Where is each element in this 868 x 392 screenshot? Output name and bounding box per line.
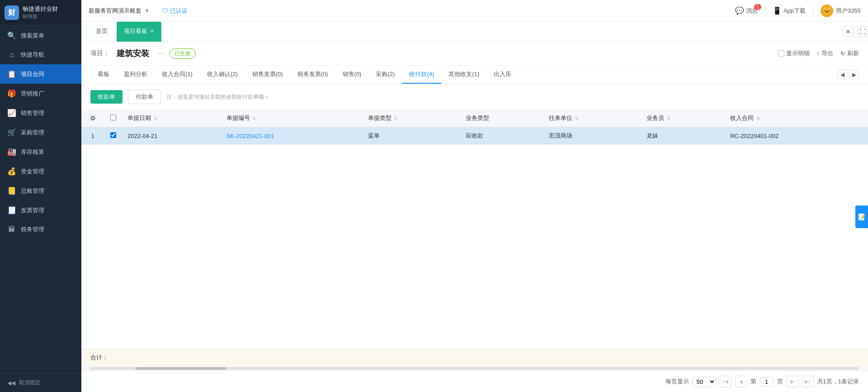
col-biz-type-label: 业务类型 (466, 115, 489, 121)
sub-tabs-next-button[interactable]: ▶ (849, 70, 859, 80)
content-wrapper: 项目： 建筑安装 ··· 已生效 显示明细 ↑ 导出 ↻ 刷新 (81, 42, 868, 392)
app-download-button[interactable]: 📱 App下载 (773, 6, 806, 15)
row-check[interactable] (104, 127, 122, 145)
sub-tab-board[interactable]: 看板 (90, 66, 117, 84)
project-header: 项目： 建筑安装 ··· 已生效 显示明细 ↑ 导出 ↻ 刷新 (81, 42, 868, 66)
sidebar-item-search[interactable]: 🔍 搜索菜单 (0, 26, 81, 45)
row-date: 2022-04-21 (122, 127, 221, 145)
sub-tab-income-confirm[interactable]: 收入确认(2) (200, 66, 245, 84)
code-sort-icon[interactable]: ⇅ (252, 116, 256, 121)
right-panel-toggle[interactable]: 📝 (855, 206, 868, 228)
tab-home[interactable]: 首页 (89, 22, 115, 42)
sub-tab-receipt[interactable]: 收付款(4) (402, 66, 441, 84)
sub-tab-income-contract[interactable]: 收入合同(1) (155, 66, 200, 84)
col-income-contract-header: 收入合同 ⇅ (725, 110, 868, 127)
contract-icon: 📋 (7, 70, 16, 78)
sidebar-item-tax[interactable]: 🏛 税务管理 (0, 220, 81, 239)
sub-tab-sales-label: 销售(0) (343, 71, 362, 77)
next-page-button[interactable]: ▶ (787, 376, 798, 387)
sub-tab-tax-invoice[interactable]: 税务发票(0) (290, 66, 335, 84)
first-page-button[interactable]: |◀ (720, 376, 731, 387)
col-check-header (104, 110, 122, 127)
col-type-label: 单据类型 (368, 115, 392, 121)
show-detail-checkbox[interactable] (778, 50, 784, 57)
app-label: App下载 (783, 7, 806, 15)
income-contract-sort-icon[interactable]: ⇅ (756, 116, 760, 121)
row-code-link[interactable]: SK-20220421-001 (226, 133, 274, 139)
sidebar-item-contract[interactable]: 📋 项目合同 (0, 64, 81, 84)
partner-sort-icon[interactable]: ⇅ (575, 116, 578, 121)
expand-window-button[interactable]: ⛶ (857, 26, 868, 37)
invoice-icon: 🧾 (7, 206, 16, 215)
sidebar-item-invoice[interactable]: 🧾 发票管理 (0, 201, 81, 220)
message-button[interactable]: 💬 消息 1 (735, 6, 758, 15)
sidebar-item-label: 搜索菜单 (21, 32, 44, 40)
sidebar-item-sales[interactable]: 📈 销售管理 (0, 103, 81, 123)
tabs-bar: 首页 项目看板 ✕ ✕ ⛶ (81, 22, 868, 42)
refresh-button[interactable]: ↻ 刷新 (840, 49, 859, 57)
sidebar-item-purchase[interactable]: 🛒 采购管理 (0, 123, 81, 142)
project-more-icon[interactable]: ··· (158, 49, 164, 57)
sub-tab-sales-invoice[interactable]: 销售发票(0) (245, 66, 290, 84)
project-header-actions: 显示明细 ↑ 导出 ↻ 刷新 (778, 49, 859, 57)
message-icon: 💬 (735, 6, 744, 15)
col-type-header: 单据类型 ⇅ (363, 110, 461, 127)
unpin-label: 取消固定 (19, 379, 41, 387)
sidebar-item-inventory[interactable]: 🏭 库存核算 (0, 142, 81, 162)
per-page-select[interactable]: 50 100 200 (693, 377, 716, 387)
receipt-tab-button[interactable]: 收款单 (90, 90, 123, 104)
row-checkbox[interactable] (110, 132, 116, 138)
prev-page-button[interactable]: ◀ (735, 376, 747, 387)
home-icon: ⌂ (7, 51, 16, 59)
sub-tabs-prev-button[interactable]: ◀ (837, 70, 847, 80)
select-all-checkbox[interactable] (110, 115, 116, 120)
sub-tab-sales[interactable]: 销售(0) (335, 66, 369, 84)
horizontal-scrollbar[interactable] (81, 366, 868, 371)
sub-tab-profit[interactable]: 盈利分析 (117, 66, 155, 84)
sidebar-unpin-button[interactable]: ◀◀ 取消固定 (0, 373, 81, 392)
close-window-button[interactable]: ✕ (843, 26, 854, 37)
page-number-input[interactable] (760, 377, 774, 387)
settings-icon[interactable]: ⚙ (90, 115, 96, 122)
message-badge: 1 (754, 4, 761, 10)
account-selector[interactable]: 新服务官网演示账套 ▼ (89, 7, 150, 15)
sub-tabs-navigation: ◀ ▶ (837, 70, 859, 80)
tab-project-board[interactable]: 项目看板 ✕ (117, 22, 161, 42)
user-menu[interactable]: 🐱 用户3355 (821, 5, 861, 17)
app-title-block: 畅捷通好业财 标准版 (23, 5, 58, 20)
sidebar-item-label: 税务管理 (21, 225, 44, 234)
salesperson-sort-icon[interactable]: ⇅ (667, 116, 670, 121)
last-page-button[interactable]: ▶| (802, 376, 814, 387)
topbar-right: 💬 消息 1 📱 App下载 🐱 用户3355 (735, 5, 861, 17)
sidebar-item-funds[interactable]: 💰 资金管理 (0, 162, 81, 181)
page-label2: 页 (777, 378, 783, 386)
table-row[interactable]: 1 2022-04-21 SK-20220421-001 蓝单 应收款 宏茂商场 (81, 127, 868, 145)
sub-tab-other-income[interactable]: 其他收支(1) (441, 66, 486, 84)
col-salesperson-label: 业务员 (646, 115, 664, 121)
export-icon: ↑ (817, 50, 820, 57)
divider2 (813, 6, 813, 15)
project-prefix: 项目： (90, 49, 109, 57)
sub-tab-inventory[interactable]: 出入库 (486, 66, 519, 84)
show-detail-action[interactable]: 显示明细 (778, 49, 810, 57)
funds-icon: 💰 (7, 167, 16, 176)
row-income-contract: RC-20220401-002 (725, 127, 868, 145)
sidebar-item-marketing[interactable]: 🎁 营销推广 (0, 84, 81, 103)
date-sort-icon[interactable]: ⇅ (154, 116, 157, 121)
content: 项目： 建筑安装 ··· 已生效 显示明细 ↑ 导出 ↻ 刷新 (81, 42, 868, 392)
per-page-label: 每页显示 (665, 378, 689, 386)
scrollbar-thumb[interactable] (136, 367, 226, 370)
sub-tab-purchase[interactable]: 采购(2) (368, 66, 402, 84)
sidebar-item-label: 采购管理 (21, 129, 44, 137)
total-info: 共1页，1条记录 (817, 378, 859, 386)
payment-tab-button[interactable]: 付款单 (128, 90, 161, 104)
tab-close-icon[interactable]: ✕ (150, 28, 154, 34)
sidebar-item-ledger[interactable]: 📒 总账管理 (0, 181, 81, 201)
type-sort-icon[interactable]: ⇅ (394, 116, 397, 121)
sidebar-item-quick[interactable]: ⌂ 快捷导航 (0, 45, 81, 64)
topbar: 新服务官网演示账套 ▼ 🛡 已认证 💬 消息 1 📱 App下载 🐱 用 (81, 0, 868, 22)
tax-icon: 🏛 (7, 225, 16, 234)
refresh-icon: ↻ (840, 50, 845, 57)
export-button[interactable]: ↑ 导出 (817, 49, 834, 57)
sub-tab-inventory-label: 出入库 (494, 71, 511, 77)
